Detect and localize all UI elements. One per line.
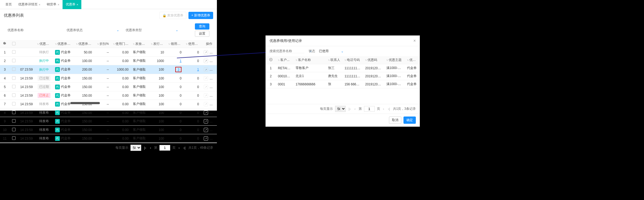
row-receive: 0 <box>166 134 184 143</box>
close-icon[interactable]: × <box>77 3 78 6</box>
row-used: 0 <box>184 100 201 108</box>
share-icon: ↗ <box>204 102 208 106</box>
qrcode-icon[interactable]: ▦ <box>210 67 214 72</box>
modal-per-page-select[interactable]: 50 <box>335 106 346 112</box>
sort-icon[interactable]: ⇅ <box>55 43 57 45</box>
share-icon: ↗ <box>204 93 208 98</box>
share-icon[interactable]: ↗ <box>204 50 208 54</box>
sort-icon[interactable]: ⇅ <box>296 59 297 61</box>
sort-icon[interactable]: ⇅ <box>37 43 39 45</box>
sort-icon[interactable]: ⇅ <box>168 43 170 45</box>
tab-销货单[interactable]: 销货单× <box>43 0 62 9</box>
row-checkbox[interactable] <box>10 65 18 74</box>
settings-button[interactable]: 设置 <box>195 31 209 37</box>
chevron-down-icon[interactable]: ⌄ <box>341 49 344 53</box>
table-row[interactable]: 1 RETAIL... 零散客户 张三 11111111111 20191207… <box>266 64 420 72</box>
row-checkbox[interactable] <box>10 57 18 65</box>
voucher-tag-icon: 代 <box>55 67 60 72</box>
page-input[interactable] <box>159 145 170 151</box>
pagination: 每页显示 50 |‹ ‹ 第 页 › ›| 共1页，49条记录 <box>0 143 217 152</box>
column-settings[interactable] <box>266 56 276 64</box>
row-checkbox[interactable] <box>10 100 18 108</box>
row-dist: 客户领取 <box>131 65 149 74</box>
row-checkbox[interactable] <box>10 134 18 143</box>
receive-count-link[interactable]: 3 <box>177 68 179 71</box>
confirm-button[interactable]: 确定 <box>403 117 416 124</box>
distribute-coupon-button[interactable]: 🔒 发放优惠券 <box>159 12 186 19</box>
per-page-select[interactable]: 50 <box>130 145 141 151</box>
next-page-button[interactable]: › <box>178 146 180 150</box>
sort-icon[interactable]: ⇅ <box>151 43 153 45</box>
tab-首页[interactable]: 首页 <box>2 0 15 9</box>
sort-icon[interactable]: ⇅ <box>186 43 188 45</box>
close-icon[interactable]: × <box>57 3 59 6</box>
voucher-tag-icon: 代 <box>55 110 60 115</box>
horizontal-scrollbar[interactable] <box>70 102 100 104</box>
modal-search-input[interactable] <box>270 49 310 53</box>
sort-icon[interactable]: ⇅ <box>407 59 409 61</box>
next-page-button[interactable]: › <box>382 107 385 111</box>
voucher-tag-icon: 代 <box>55 76 60 81</box>
qrcode-icon[interactable]: ▦ <box>210 59 214 63</box>
sort-icon[interactable]: ⇅ <box>113 43 115 45</box>
share-icon[interactable]: ↗ <box>204 67 208 72</box>
table-row[interactable]: 6 14 23:59 已终止 代代金券 150.00 -- 0.00 客户领取 … <box>0 91 217 100</box>
filter-status-select[interactable]: ⌄ <box>84 27 119 33</box>
tab-优惠券详情页[interactable]: 优惠券详情页× <box>15 0 43 9</box>
row-status: 待发布 <box>35 126 53 134</box>
receive-count-link[interactable]: 1 <box>180 59 181 63</box>
filter-type-select[interactable]: ⌄ <box>143 27 178 33</box>
sort-icon[interactable]: ⇅ <box>365 59 367 61</box>
row-index: 5 <box>0 83 10 91</box>
table-row[interactable]: 10 14 23:59 待发布 代代金券 150.00 -- 0.00 客户领取… <box>0 126 217 134</box>
prev-page-button[interactable]: ‹ <box>354 107 356 111</box>
table-row[interactable]: 5 14 23:59 已过期 代代金券 150.00 -- 0.00 客户领取 … <box>0 83 217 91</box>
row-checkbox[interactable] <box>10 74 18 83</box>
modal-search[interactable]: ⌕ <box>270 49 304 53</box>
row-index: 1 <box>266 64 276 72</box>
cancel-button[interactable]: 取消 <box>389 117 401 124</box>
last-page-button[interactable]: ›| <box>387 107 391 111</box>
close-icon[interactable]: × <box>413 38 416 43</box>
filter-name-input[interactable] <box>25 27 60 33</box>
sort-icon[interactable]: ⇅ <box>328 59 330 61</box>
modal-page-input[interactable] <box>364 106 375 112</box>
table-row[interactable]: 7 14 23:59 待发布 代代金券 150.00 -- 0.00 客户领取 … <box>0 100 217 108</box>
first-page-button[interactable]: |‹ <box>348 107 352 111</box>
close-icon[interactable]: × <box>39 3 40 6</box>
sort-icon[interactable]: ⇅ <box>133 43 135 45</box>
table-row[interactable]: 9 14 23:59 待发布 代代金券 150.00 -- 0.00 客户领取 … <box>0 117 217 126</box>
column-checkbox[interactable] <box>10 40 18 48</box>
first-page-button[interactable]: |‹ <box>143 146 147 150</box>
row-checkbox[interactable] <box>10 108 18 117</box>
table-row[interactable]: 3 07 23:59 执行中 代代金券 200.00 -- 1000.00 客户… <box>0 65 217 74</box>
used-count-link[interactable]: 1 <box>197 68 199 71</box>
tab-优惠券[interactable]: 优惠券× <box>63 0 81 9</box>
sort-icon[interactable]: ⇅ <box>76 43 78 45</box>
row-checkbox[interactable] <box>10 91 18 100</box>
share-icon[interactable]: ↗ <box>204 59 208 63</box>
sort-icon[interactable]: ⇅ <box>278 59 280 61</box>
sort-icon[interactable]: ⇅ <box>344 59 346 61</box>
table-row[interactable]: 1 待执行 代代金券 50.00 -- 0.00 客户领取 10 0 0 ↗ ▦ <box>0 48 217 57</box>
last-page-button[interactable]: ›| <box>183 146 186 150</box>
row-status: 待执行 <box>35 48 53 57</box>
table-row[interactable]: 8 14 23:59 待发布 代代金券 150.00 -- 0.00 客户领取 … <box>0 108 217 117</box>
row-threshold: 0.00 <box>111 74 130 83</box>
row-checkbox[interactable] <box>10 83 18 91</box>
sort-icon[interactable]: ⇅ <box>386 59 388 61</box>
prev-page-button[interactable]: ‹ <box>149 146 152 150</box>
column-settings[interactable] <box>0 40 10 48</box>
row-checkbox[interactable] <box>10 48 18 57</box>
row-checkbox[interactable] <box>10 126 18 134</box>
qrcode-icon[interactable]: ▦ <box>210 50 214 54</box>
table-row[interactable]: 2 00010001 北京1 唐先生 11111111111 20191207Q… <box>266 72 420 80</box>
query-button[interactable]: 查询 <box>195 23 209 30</box>
qrcode-icon: ▦ <box>210 111 214 115</box>
add-coupon-button[interactable]: + 新增优惠券 <box>188 12 213 19</box>
row-checkbox[interactable] <box>10 117 18 126</box>
table-row[interactable]: 4 14 23:59 已过期 代代金券 150.00 -- 0.00 客户领取 … <box>0 74 217 83</box>
table-row[interactable]: 3 0001 17666666666 张 156 6666 ... 201912… <box>266 80 420 88</box>
table-row[interactable]: 11 14 23:59 待发布 代代金券 150.00 -- 0.00 客户领取… <box>0 134 217 143</box>
sort-icon[interactable]: ⇅ <box>97 43 99 45</box>
